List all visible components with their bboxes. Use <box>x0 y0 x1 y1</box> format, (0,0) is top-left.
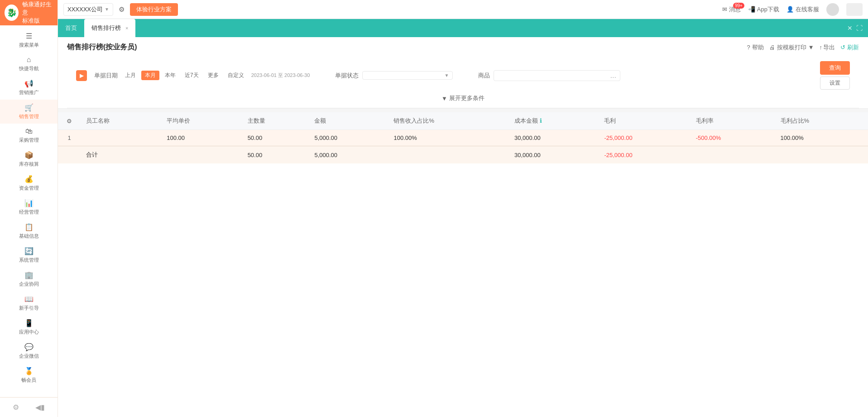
sidebar-item-inventory[interactable]: 📦 库存核算 <box>0 147 58 171</box>
sidebar-item-system[interactable]: 🔄 系统管理 <box>0 243 58 267</box>
tab-home[interactable]: 首页 <box>58 19 84 37</box>
page-header: 销售排行榜(按业务员) ? 帮助 🖨 按模板打印 ▼ ↑ 导出 <box>58 37 868 109</box>
purchase-icon: 🛍 <box>25 127 33 135</box>
sidebar-item-operations[interactable]: 📊 经营管理 <box>0 195 58 219</box>
tab-close-icon[interactable]: × <box>125 25 128 31</box>
settings-gear-icon[interactable]: ⚙ <box>13 403 19 412</box>
settings-icon[interactable]: ⚙ <box>117 4 126 15</box>
footer-cost: 30,000.00 <box>509 146 599 164</box>
tab-active-label: 销售排行榜 <box>91 24 121 32</box>
help-button[interactable]: ? 帮助 <box>747 43 763 52</box>
col-amount: 金额 <box>309 112 388 130</box>
sidebar-item-wechat[interactable]: 💬 企业微信 <box>0 339 58 363</box>
refresh-icon: ↺ <box>840 44 845 51</box>
sidebar-item-label: 快捷导航 <box>19 65 39 72</box>
date-tab-custom[interactable]: 自定义 <box>224 71 248 80</box>
sidebar-item-quick-nav[interactable]: ⌂ 快捷导航 <box>0 52 58 76</box>
sidebar-item-label: 资金管理 <box>19 185 39 192</box>
refresh-button[interactable]: ↺ 刷新 <box>840 43 859 52</box>
wechat-icon: 💬 <box>24 343 34 351</box>
message-button[interactable]: ✉ 消息 99+ <box>722 5 741 14</box>
app-download-button[interactable]: 📲 App下载 <box>748 5 779 14</box>
sidebar-item-sales[interactable]: 🛒 销售管理 <box>0 100 58 124</box>
goods-filter-label: 商品 <box>478 72 490 80</box>
col-avg-price: 平均单价 <box>161 112 242 130</box>
operations-icon: 📊 <box>24 199 34 207</box>
collapse-sidebar-icon[interactable]: ◀▮ <box>35 403 45 412</box>
app-version: 标准版 <box>22 17 53 25</box>
table-footer-row: 合计 50.00 5,000.00 30,000.00 -25,000.00 <box>58 146 868 164</box>
footer-amount: 5,000.00 <box>309 146 388 164</box>
goods-input[interactable]: … <box>494 70 620 81</box>
print-button[interactable]: 🖨 按模板打印 ▼ <box>769 43 814 52</box>
sidebar-item-member[interactable]: 🏅 畅会员 <box>0 363 58 387</box>
marketing-icon: 📢 <box>24 79 34 88</box>
company-selector[interactable]: XXXXXX公司 ▼ <box>63 3 113 16</box>
cost-info-icon[interactable]: ℹ <box>540 117 542 124</box>
date-tab-this-year[interactable]: 本年 <box>161 71 179 80</box>
sidebar-item-enterprise[interactable]: 🏢 企业协同 <box>0 267 58 291</box>
goods-ellipsis-icon[interactable]: … <box>610 72 616 79</box>
sidebar-item-apps[interactable]: 📱 应用中心 <box>0 315 58 339</box>
date-tabs: 上月 本月 本年 近7天 更多 自定义 <box>121 71 248 80</box>
tabs-bar: 首页 销售排行榜 × ✕ ⛶ <box>58 19 868 37</box>
col-gross-pct: 毛利占比% <box>775 112 868 130</box>
tab-home-label: 首页 <box>65 24 77 32</box>
export-button[interactable]: ↑ 导出 <box>820 43 835 52</box>
table-wrapper: ⚙ 员工名称 平均单价 主数量 金额 销售收入占比% 成本金额 ℹ 毛利 毛利率… <box>58 112 868 417</box>
date-tab-more[interactable]: 更多 <box>204 71 222 80</box>
sidebar-item-label: 新手引导 <box>19 305 39 312</box>
refresh-label: 刷新 <box>847 43 859 52</box>
sidebar-item-label: 采购管理 <box>19 137 39 144</box>
status-filter-label: 单据状态 <box>335 72 359 80</box>
service-label: 在线客服 <box>796 5 819 14</box>
date-tab-this-month[interactable]: 本月 <box>141 71 159 80</box>
sidebar-item-finance[interactable]: 💰 资金管理 <box>0 171 58 195</box>
footer-empty-1 <box>58 146 81 164</box>
cell-gross-rate: -500.00% <box>691 130 775 146</box>
sidebar-item-label: 营销推广 <box>19 89 39 96</box>
sidebar-item-marketing[interactable]: 📢 营销推广 <box>0 76 58 100</box>
footer-empty-5 <box>775 146 868 164</box>
sidebar-item-label: 畅会员 <box>21 377 36 383</box>
sidebar: 🐉 畅康通好生意 标准版 ☰ 搜索菜单 ⌂ 快捷导航 📢 营销推广 🛒 销售管理… <box>0 0 58 417</box>
expand-label: 展开更多条件 <box>449 94 484 102</box>
expand-conditions-button[interactable]: ▼ 展开更多条件 <box>76 92 850 103</box>
finance-icon: 💰 <box>24 175 34 183</box>
settings-button[interactable]: 设置 <box>820 77 850 90</box>
date-tab-7days[interactable]: 近7天 <box>181 71 202 80</box>
col-gross-profit: 毛利 <box>599 112 690 130</box>
col-gross-rate: 毛利率 <box>691 112 775 130</box>
sidebar-item-label: 经营管理 <box>19 209 39 216</box>
message-icon: ✉ <box>722 6 727 13</box>
filter-area: ▶ 单据日期 上月 本月 本年 近7天 更多 自定义 2023-06-01 至 … <box>67 57 859 108</box>
filter-toggle-button[interactable]: ▶ <box>76 70 87 81</box>
footer-gross-profit: -25,000.00 <box>599 146 690 164</box>
col-employee: 员工名称 <box>81 112 161 130</box>
sidebar-item-search[interactable]: ☰ 搜索菜单 <box>0 28 58 52</box>
tab-sales-ranking[interactable]: 销售排行榜 × <box>84 19 135 37</box>
status-select[interactable]: ▼ <box>362 71 453 80</box>
export-icon: ↑ <box>820 44 823 51</box>
cell-amount: 5,000.00 <box>309 130 388 146</box>
sidebar-item-basic[interactable]: 📋 基础信息 <box>0 219 58 243</box>
message-badge: 99+ <box>733 3 744 9</box>
sidebar-item-purchase[interactable]: 🛍 采购管理 <box>0 124 58 147</box>
avatar[interactable] <box>826 3 839 16</box>
footer-empty-3 <box>388 146 508 164</box>
trial-button[interactable]: 体验行业方案 <box>130 3 178 16</box>
date-tab-last-month[interactable]: 上月 <box>121 71 139 80</box>
export-label: 导出 <box>823 43 835 52</box>
home-icon: ⌂ <box>27 56 31 64</box>
app-icon: 📲 <box>748 6 755 13</box>
query-button[interactable]: 查询 <box>820 61 850 75</box>
service-icon: 👤 <box>786 6 794 13</box>
close-window-icon[interactable]: ✕ <box>847 24 853 32</box>
maximize-window-icon[interactable]: ⛶ <box>856 24 863 32</box>
page-title-row: 销售排行榜(按业务员) ? 帮助 🖨 按模板打印 ▼ ↑ 导出 <box>67 43 859 57</box>
cell-gross-profit: -25,000.00 <box>599 130 690 146</box>
online-service-button[interactable]: 👤 在线客服 <box>786 5 819 14</box>
sidebar-item-guide[interactable]: 📖 新手引导 <box>0 291 58 315</box>
sidebar-item-label: 企业协同 <box>19 281 39 288</box>
guide-icon: 📖 <box>24 295 34 303</box>
